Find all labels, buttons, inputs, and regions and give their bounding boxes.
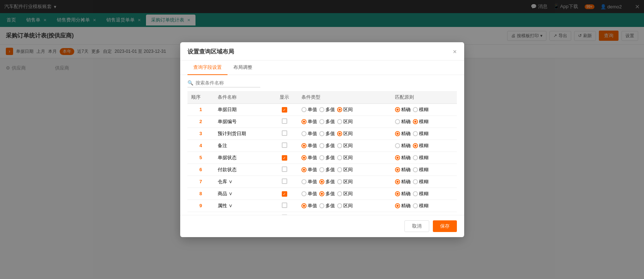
match-radio-模糊[interactable]: 模糊 (413, 178, 428, 185)
radio-label: 单值 (308, 203, 317, 209)
match-radio-模糊[interactable]: 模糊 (413, 130, 428, 137)
type-radio-单值[interactable]: 单值 (301, 203, 317, 209)
match-radio-精确[interactable]: 精确 (395, 190, 411, 197)
cell-display[interactable]: ✓ (271, 152, 298, 164)
radio-circle (337, 191, 342, 196)
table-row: 1单据日期✓单值多值区间精确模糊 (187, 103, 457, 115)
cell-display[interactable] (271, 127, 298, 140)
match-radio-模糊[interactable]: 模糊 (413, 166, 428, 173)
type-radio-单值[interactable]: 单值 (301, 106, 317, 113)
dialog-close-button[interactable]: × (453, 48, 457, 55)
radio-label: 多值 (325, 118, 335, 125)
type-radio-多值[interactable]: 多值 (319, 130, 335, 137)
cell-match: 精确模糊 (391, 103, 457, 115)
type-radio-多值[interactable]: 多值 (319, 106, 335, 113)
type-radio-多值[interactable]: 多值 (319, 118, 335, 125)
display-checkbox[interactable] (282, 166, 287, 172)
type-radio-区间[interactable]: 区间 (337, 166, 353, 173)
type-radio-区间[interactable]: 区间 (337, 142, 353, 149)
type-radio-区间[interactable]: 区间 (337, 154, 353, 161)
type-radio-单值[interactable]: 单值 (301, 190, 317, 197)
type-radio-多值[interactable]: 多值 (319, 190, 335, 197)
display-checkbox[interactable] (282, 142, 287, 148)
cell-type: 单值多值区间 (298, 176, 391, 188)
match-radio-精确[interactable]: 精确 (395, 106, 411, 113)
cell-display[interactable] (271, 140, 298, 152)
cell-display[interactable]: ✓ (271, 188, 298, 200)
save-button[interactable]: 保存 (433, 220, 457, 232)
match-radio-精确[interactable]: 精确 (395, 203, 411, 209)
cell-match: 精确模糊 (391, 127, 457, 140)
radio-circle (301, 191, 307, 196)
cell-display[interactable] (271, 115, 298, 127)
type-radio-多值[interactable]: 多值 (319, 142, 335, 149)
cell-name: 属性 ∨ (214, 200, 271, 212)
type-radio-区间[interactable]: 区间 (337, 118, 353, 125)
cell-type: 单值多值区间 (298, 152, 391, 164)
search-input[interactable] (195, 80, 254, 86)
display-checkbox[interactable] (282, 130, 287, 136)
match-radio-精确[interactable]: 精确 (395, 166, 411, 173)
cell-name: 有无商品图片 (214, 212, 271, 215)
cell-match: 精确模糊 (391, 115, 457, 127)
cell-order: 7 (187, 176, 214, 188)
display-checkbox[interactable]: ✓ (282, 155, 287, 161)
cell-type: 单值多值区间 (298, 212, 391, 215)
type-radio-区间[interactable]: 区间 (337, 203, 353, 209)
dialog-tab-field-setting[interactable]: 查询字段设置 (187, 60, 228, 75)
cell-match: 精确模糊 (391, 200, 457, 212)
type-radio-单值[interactable]: 单值 (301, 142, 317, 149)
type-radio-区间[interactable]: 区间 (337, 190, 353, 197)
type-radio-单值[interactable]: 单值 (301, 178, 317, 185)
type-radio-单值[interactable]: 单值 (301, 154, 317, 161)
radio-circle (337, 155, 342, 160)
type-radio-单值[interactable]: 单值 (301, 166, 317, 173)
match-radio-精确[interactable]: 精确 (395, 118, 411, 125)
display-checkbox[interactable] (282, 178, 287, 184)
match-radio-模糊[interactable]: 模糊 (413, 190, 428, 197)
radio-circle (395, 191, 400, 196)
match-radio-模糊[interactable]: 模糊 (413, 106, 428, 113)
type-radio-区间[interactable]: 区间 (337, 130, 353, 137)
radio-circle (395, 167, 400, 172)
match-radio-精确[interactable]: 精确 (395, 142, 411, 149)
type-radio-多值[interactable]: 多值 (319, 203, 335, 209)
cancel-button[interactable]: 取消 (404, 220, 429, 232)
match-radio-模糊[interactable]: 模糊 (413, 118, 428, 125)
cell-display[interactable] (271, 212, 298, 215)
type-radio-单值[interactable]: 单值 (301, 118, 317, 125)
display-checkbox[interactable]: ✓ (282, 107, 287, 113)
dialog-tab-layout-adjust[interactable]: 布局调整 (228, 60, 258, 75)
radio-label: 区间 (343, 106, 353, 113)
cell-display[interactable] (271, 200, 298, 212)
settings-dialog: 设置查询区域布局 × 查询字段设置 布局调整 🔍 (180, 42, 464, 237)
radio-circle (319, 155, 324, 160)
match-radio-精确[interactable]: 精确 (395, 178, 411, 185)
cell-display[interactable] (271, 176, 298, 188)
match-radio-精确[interactable]: 精确 (395, 154, 411, 161)
radio-circle (301, 131, 307, 136)
display-checkbox[interactable]: ✓ (282, 191, 287, 197)
radio-circle (319, 143, 324, 148)
radio-label: 区间 (343, 203, 353, 209)
cell-name: 商品 ∨ (214, 188, 271, 200)
match-radio-模糊[interactable]: 模糊 (413, 154, 428, 161)
match-radio-精确[interactable]: 精确 (395, 130, 411, 137)
type-radio-多值[interactable]: 多值 (319, 166, 335, 173)
type-radio-区间[interactable]: 区间 (337, 106, 353, 113)
type-radio-单值[interactable]: 单值 (301, 130, 317, 137)
radio-label: 精确 (401, 106, 411, 113)
match-radio-模糊[interactable]: 模糊 (413, 142, 428, 149)
type-radio-多值[interactable]: 多值 (319, 178, 335, 185)
display-checkbox[interactable] (282, 203, 287, 208)
cell-name: 单据日期 (214, 103, 271, 115)
radio-circle (319, 167, 324, 172)
search-box: 🔍 (180, 75, 464, 91)
cell-display[interactable] (271, 164, 298, 176)
cell-display[interactable]: ✓ (271, 103, 298, 115)
radio-label: 模糊 (419, 190, 428, 197)
match-radio-模糊[interactable]: 模糊 (413, 203, 428, 209)
type-radio-多值[interactable]: 多值 (319, 154, 335, 161)
display-checkbox[interactable] (282, 118, 287, 124)
type-radio-区间[interactable]: 区间 (337, 178, 353, 185)
